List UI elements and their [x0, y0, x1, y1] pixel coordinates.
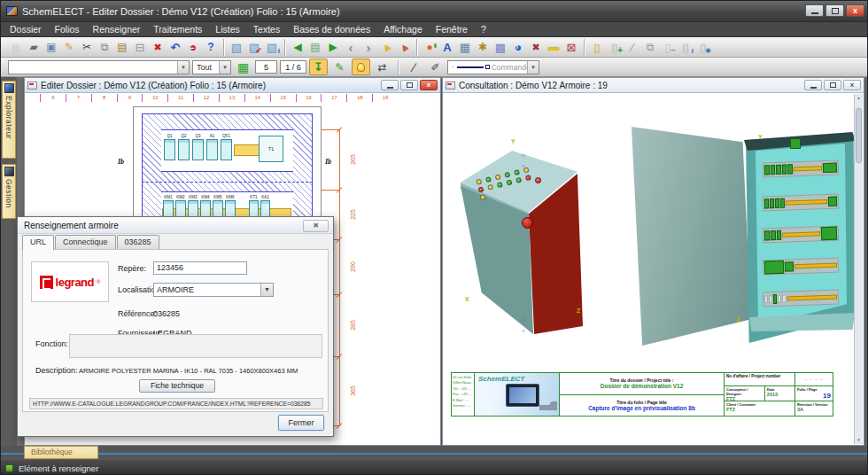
tab-connectique[interactable]: Connectique	[55, 235, 116, 249]
info-icon[interactable]: ●i	[509, 39, 527, 56]
tools-icon[interactable]: ✱	[474, 39, 492, 56]
print-icon[interactable]: ⊟	[131, 39, 149, 56]
menu-item[interactable]: Dossier	[10, 24, 42, 35]
image-icon[interactable]: ▧	[228, 39, 245, 56]
dialog-title-bar[interactable]: Renseignement armoire	[18, 217, 333, 234]
sidebar-tab-gestion[interactable]: Gestion	[2, 164, 16, 219]
line-tool-button[interactable]: ∕	[405, 58, 423, 75]
ruler-icon[interactable]: ▬	[545, 39, 562, 56]
component-symbol[interactable]: KT1	[249, 195, 259, 218]
fonction-input[interactable]	[69, 334, 322, 358]
editor-close-button[interactable]: x	[420, 80, 438, 90]
window-maximize-button[interactable]	[825, 4, 844, 17]
next-folio-icon[interactable]: ▶	[324, 39, 342, 56]
file-info-icon[interactable]: ▯i	[677, 39, 694, 56]
consultation-close-button[interactable]: x	[843, 80, 861, 90]
folio-page-indicator[interactable]: 1 / 6	[280, 60, 306, 74]
file-add-icon[interactable]: ▯+	[606, 39, 624, 56]
dialog-close-button[interactable]: ✖	[303, 220, 329, 232]
new-file-icon[interactable]: ▯	[588, 39, 606, 56]
scroll-up-icon[interactable]: ▴	[855, 94, 863, 102]
component-symbol[interactable]: A1	[206, 134, 218, 160]
menu-item[interactable]: Folios	[55, 24, 80, 35]
menu-item[interactable]: Textes	[253, 24, 280, 35]
new-document-icon[interactable]: ▯	[7, 39, 25, 56]
open-folder-icon[interactable]: ▰	[25, 39, 43, 56]
table-icon[interactable]: ▦	[456, 39, 474, 56]
measure-cross-icon[interactable]: ✖	[527, 39, 545, 56]
fermer-button[interactable]: Fermer	[278, 415, 324, 431]
scrollbar-thumb[interactable]	[856, 108, 862, 163]
fiche-technique-button[interactable]: Fiche technique	[139, 379, 215, 393]
menu-item[interactable]: ?	[481, 24, 486, 35]
grid-toggle[interactable]: ▦	[234, 58, 252, 75]
repere-input[interactable]: 123456	[153, 261, 247, 275]
paste-icon[interactable]: ▤	[113, 39, 131, 56]
place-symbol-toggle[interactable]: ↧	[309, 58, 328, 75]
text-icon[interactable]: A	[438, 39, 456, 56]
file-settings-icon[interactable]: ▯✱	[694, 39, 712, 56]
delete-icon[interactable]: ✖	[149, 39, 167, 56]
help-icon[interactable]: ?	[202, 39, 220, 56]
stop-icon[interactable]: ●▬	[184, 39, 202, 56]
cut-icon[interactable]: ✂	[78, 39, 96, 56]
component-symbol[interactable]: Q3	[192, 134, 204, 160]
window-minimize-button[interactable]	[805, 4, 824, 17]
lamp-toggle[interactable]	[352, 58, 370, 75]
menu-item[interactable]: Listes	[215, 24, 239, 35]
folio-list-icon[interactable]: ▤	[306, 39, 324, 56]
swap-toggle[interactable]: ⇄	[373, 58, 391, 75]
erase-tool-button[interactable]: ✐	[426, 58, 445, 75]
pointer-yellow-icon[interactable]: ▲	[377, 39, 395, 56]
previous-icon[interactable]: ‹	[342, 39, 360, 56]
grid-step-input[interactable]: 5	[255, 60, 277, 74]
save-icon[interactable]: ▣	[43, 39, 60, 56]
menu-item[interactable]: Affichage	[384, 24, 422, 35]
transformer-symbol[interactable]: T1	[259, 136, 283, 162]
image-info-icon[interactable]: ▧i	[263, 39, 281, 56]
consultation-title-bar[interactable]: Consultation : Démo V12 Armoire : 19 x	[443, 78, 864, 93]
menu-item[interactable]: Fenêtre	[436, 24, 468, 35]
component-symbol[interactable]: Q2	[178, 134, 190, 160]
bibliotheque-tab[interactable]: Bibliothèque	[24, 446, 98, 459]
consultation-maximize-button[interactable]	[824, 80, 841, 90]
title-bar[interactable]: SchemELECT - Editer Dossier : Démo V12 (…	[1, 1, 868, 22]
sidebar-tab-explorateur[interactable]: Explorateur	[2, 81, 16, 159]
pointer-red-icon[interactable]: ▲	[395, 39, 413, 56]
line-style-combo[interactable]: · Commande ▾	[447, 60, 539, 74]
consultation-minimize-button[interactable]	[804, 80, 822, 90]
url-field[interactable]: HTTP://WWW.E-CATALOGUE.LEGRANDGROUP.COM/…	[29, 398, 323, 409]
component-symbol[interactable]: KA1	[260, 195, 270, 218]
copy-icon[interactable]: ⧉	[96, 39, 113, 56]
component-symbol[interactable]: Q1	[164, 134, 175, 160]
menu-item[interactable]: Renseigner	[93, 24, 141, 35]
selection-mesh-icon[interactable]: ▩	[492, 39, 509, 56]
next-icon[interactable]: ›	[360, 39, 377, 56]
vertical-scrollbar[interactable]: ▴ ▾	[854, 94, 863, 444]
file-remove-disabled-icon[interactable]: ▯−	[659, 39, 677, 56]
tab-reference[interactable]: 036285	[117, 235, 159, 249]
menu-item[interactable]: Bases de données	[293, 24, 370, 35]
scroll-down-icon[interactable]: ▾	[855, 436, 863, 444]
link-disabled-icon[interactable]: ⧉	[641, 39, 659, 56]
editor-title-bar[interactable]: Editer Dossier : Démo V12 (Création) Fol…	[25, 78, 440, 93]
image-check-icon[interactable]: ▧✔	[245, 39, 263, 56]
menu-bar: DossierFoliosRenseignerTraitementsListes…	[1, 22, 868, 37]
menu-item[interactable]: Traitements	[153, 24, 202, 35]
editor-maximize-button[interactable]	[400, 80, 418, 90]
line-edit-disabled-icon[interactable]: ∕	[624, 39, 641, 56]
undo-icon[interactable]: ↶	[167, 39, 184, 56]
close-window-icon[interactable]: ⊠	[562, 39, 580, 56]
symbol-family-combo[interactable]: ▾	[8, 60, 190, 74]
draw-pencil-toggle[interactable]: ✎	[330, 58, 349, 75]
insert-component-3d-icon[interactable]: ●▮	[421, 39, 438, 56]
first-folio-icon[interactable]: ◀	[289, 39, 306, 56]
tab-url[interactable]: URL	[22, 235, 54, 250]
edit-pencil-icon[interactable]: ✎	[60, 39, 78, 56]
component-symbol[interactable]: QF1	[221, 134, 232, 160]
window-close-button[interactable]: x	[846, 4, 864, 17]
editor-minimize-button[interactable]	[381, 80, 399, 90]
viewer-3d-canvas[interactable]: Y X Z ◇◇ ◇◇	[444, 94, 854, 444]
scope-combo[interactable]: Tout▾	[192, 60, 231, 74]
localisation-select[interactable]: ARMOIRE ▼	[153, 283, 274, 297]
